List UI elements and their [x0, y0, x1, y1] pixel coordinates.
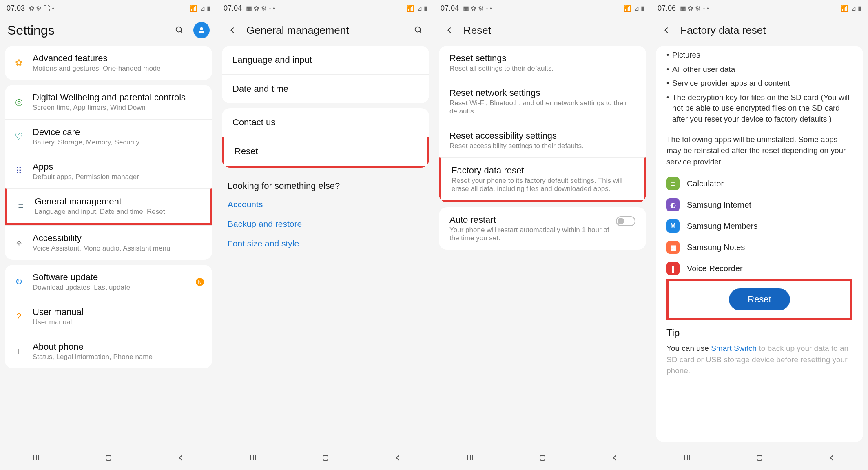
- screen-settings: 07:03 ✿ ⚙ ⛶ • 📶 ⊿ ▮ Settings ✿ Advanced …: [0, 0, 217, 470]
- item-title: Reset settings: [450, 53, 636, 64]
- item-icon: ⠿: [13, 166, 24, 177]
- settings-item[interactable]: ♡ Device care Battery, Storage, Memory, …: [5, 119, 212, 154]
- profile-avatar[interactable]: [193, 22, 210, 38]
- app-icon: ◐: [666, 198, 680, 211]
- nav-home[interactable]: [538, 453, 547, 464]
- nav-back[interactable]: [176, 453, 186, 464]
- status-icons-left: ▦ ✿ ⚙ ◦ •: [463, 4, 492, 12]
- item-subtitle: Reset accessibility settings to their de…: [450, 142, 636, 150]
- reset-option[interactable]: Reset accessibility settingsReset access…: [439, 123, 646, 157]
- nav-recents[interactable]: [465, 453, 475, 464]
- reset-option[interactable]: Reset settingsReset all settings to thei…: [439, 46, 646, 80]
- item-icon: ≡: [15, 200, 27, 212]
- content-card: PicturesAll other user dataService provi…: [656, 46, 863, 442]
- app-name: Voice Recorder: [687, 264, 743, 273]
- item-title: Apps: [33, 162, 204, 172]
- item-icon: ⟐: [13, 237, 24, 248]
- header: Factory data reset: [651, 16, 868, 46]
- item-contact-us[interactable]: Contact us: [222, 108, 429, 137]
- settings-item[interactable]: ? User manual User manual: [5, 299, 212, 334]
- bullet-item: Pictures: [666, 48, 852, 62]
- toggle-auto-restart[interactable]: [616, 216, 636, 226]
- screen-general-management: 07:04▦ ✿ ⚙ ◦ • 📶 ⊿ ▮ General management …: [217, 0, 434, 470]
- clock: 07:06: [658, 4, 676, 13]
- settings-item[interactable]: ✿ Advanced features Motions and gestures…: [5, 46, 212, 80]
- back-icon[interactable]: [441, 22, 458, 38]
- nav-back[interactable]: [393, 453, 403, 464]
- reset-option[interactable]: Reset network settingsReset Wi-Fi, Bluet…: [439, 80, 646, 123]
- status-icons-left: ▦ ✿ ⚙ ◦ •: [246, 4, 275, 12]
- item-title: General management: [35, 196, 202, 207]
- back-icon[interactable]: [224, 22, 241, 38]
- smart-switch-link[interactable]: Smart Switch: [711, 344, 757, 352]
- reset-button[interactable]: Reset: [729, 288, 790, 310]
- search-icon[interactable]: [410, 22, 427, 38]
- item-auto-restart[interactable]: Auto restart Your phone will restart aut…: [439, 207, 646, 250]
- item-reset[interactable]: Reset: [222, 137, 429, 168]
- item-icon: ✿: [13, 57, 24, 69]
- suggestion-link[interactable]: Backup and restore: [217, 214, 434, 234]
- status-icons-right: 📶 ⊿ ▮: [407, 4, 427, 12]
- header: Settings: [0, 16, 217, 46]
- item-icon: ?: [13, 311, 24, 322]
- screen-factory-reset: 07:06▦ ✿ ⚙ ◦ • 📶 ⊿ ▮ Factory data reset …: [651, 0, 868, 470]
- item-subtitle: Reset all settings to their defaults.: [450, 64, 636, 73]
- settings-item[interactable]: ≡ General management Language and input,…: [5, 188, 212, 225]
- settings-item[interactable]: ⟐ Accessibility Voice Assistant, Mono au…: [5, 225, 212, 260]
- page-title: Factory data reset: [680, 24, 861, 37]
- nav-home[interactable]: [321, 453, 330, 464]
- app-row: MSamsung Members: [666, 215, 852, 237]
- svg-line-1: [181, 31, 183, 33]
- item-date-time[interactable]: Date and time: [222, 74, 429, 103]
- bullet-item: Service provider apps and content: [666, 76, 852, 91]
- svg-rect-12: [323, 455, 328, 460]
- app-icon: M: [666, 219, 680, 233]
- suggestion-link[interactable]: Accounts: [217, 195, 434, 214]
- nav-recents[interactable]: [682, 453, 692, 464]
- reset-option[interactable]: Factory data resetReset your phone to it…: [439, 157, 646, 202]
- svg-point-7: [415, 27, 421, 32]
- item-subtitle: Language and input, Date and time, Reset: [35, 208, 202, 216]
- tip-text: You can use Smart Switch to back up your…: [666, 343, 852, 377]
- item-title: Software update: [33, 272, 188, 283]
- status-bar: 07:04▦ ✿ ⚙ ◦ • 📶 ⊿ ▮: [217, 0, 434, 16]
- clock: 07:04: [224, 4, 242, 13]
- page-title: Settings: [7, 23, 166, 38]
- nav-home[interactable]: [104, 453, 113, 464]
- app-icon: ‖: [666, 262, 680, 275]
- app-name: Samsung Members: [687, 222, 757, 231]
- settings-card: ↻ Software update Download updates, Last…: [5, 265, 212, 368]
- status-bar: 07:06▦ ✿ ⚙ ◦ • 📶 ⊿ ▮: [651, 0, 868, 16]
- settings-item[interactable]: ↻ Software update Download updates, Last…: [5, 265, 212, 299]
- item-subtitle: Reset your phone to its factory default …: [452, 177, 633, 193]
- item-subtitle: Your phone will restart automatically wi…: [450, 226, 611, 242]
- clock: 07:04: [441, 4, 459, 13]
- back-icon[interactable]: [658, 22, 675, 38]
- page-title: Reset: [463, 24, 644, 37]
- settings-item[interactable]: ◎ Digital Wellbeing and parental control…: [5, 85, 212, 119]
- item-language-input[interactable]: Language and input: [222, 46, 429, 74]
- nav-back[interactable]: [827, 453, 837, 464]
- item-subtitle: Battery, Storage, Memory, Security: [33, 138, 204, 146]
- app-row: ±Calculator: [666, 173, 852, 194]
- svg-rect-20: [757, 455, 762, 460]
- item-title: Digital Wellbeing and parental controls: [33, 92, 204, 103]
- suggestion-link[interactable]: Font size and style: [217, 234, 434, 253]
- svg-rect-16: [540, 455, 545, 460]
- item-title: Device care: [33, 127, 204, 137]
- card: Reset settingsReset all settings to thei…: [439, 46, 646, 202]
- status-icons-right: 📶 ⊿ ▮: [190, 4, 210, 12]
- app-row: ▦Samsung Notes: [666, 237, 852, 258]
- nav-recents[interactable]: [248, 453, 258, 464]
- item-title: Auto restart: [450, 215, 611, 225]
- search-icon[interactable]: [171, 22, 188, 38]
- settings-item[interactable]: ⠿ Apps Default apps, Permission manager: [5, 154, 212, 188]
- nav-recents[interactable]: [31, 453, 41, 464]
- app-icon: ▦: [666, 241, 680, 254]
- nav-home[interactable]: [755, 453, 764, 464]
- navbar: [651, 447, 868, 470]
- settings-item[interactable]: i About phone Status, Legal information,…: [5, 334, 212, 368]
- svg-rect-6: [106, 455, 111, 460]
- nav-back[interactable]: [610, 453, 620, 464]
- app-list: ±Calculator◐Samsung InternetMSamsung Mem…: [666, 173, 852, 279]
